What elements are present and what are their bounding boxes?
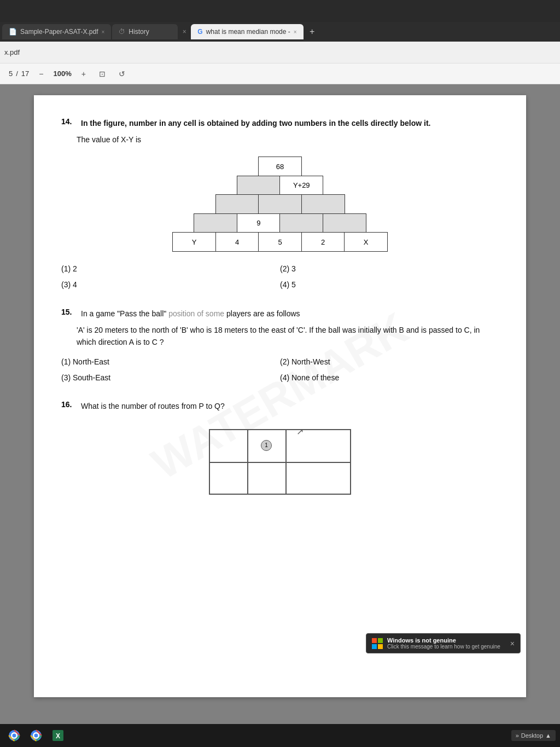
zoom-decrease-button[interactable]: −	[36, 68, 46, 79]
cell-3-2	[258, 194, 302, 214]
page-separator: /	[16, 70, 18, 78]
cell-5-1: Y	[172, 232, 216, 252]
question-15: 15. In a game "Pass the ball" position o…	[61, 308, 499, 387]
taskbar-chrome-1[interactable]	[4, 726, 24, 745]
svg-rect-2	[372, 644, 377, 649]
q14-option-3: (3) 4	[61, 278, 280, 292]
tab-history[interactable]: ⏱ History	[112, 24, 178, 39]
taskbar-chrome-2[interactable]	[26, 726, 46, 745]
q15-subtext1: 'A' is 20 meters to the north of 'B' who…	[77, 324, 499, 349]
desktop-label: Desktop	[521, 732, 543, 739]
pdf-tab-icon: 📄	[9, 28, 17, 36]
cell-5-2: 4	[215, 232, 259, 252]
google-tab-close[interactable]: ×	[294, 29, 297, 35]
content-wrapper: 14. In the figure, number in any cell is…	[61, 117, 499, 506]
cell-4-1	[194, 213, 237, 233]
address-text: x.pdf	[4, 48, 20, 56]
taskbar-right: » Desktop ▲	[511, 730, 556, 741]
tab-bar: 📄 Sample-Paper-ASAT-X.pdf × ⏱ History × …	[0, 22, 560, 42]
genuine-close[interactable]: ×	[510, 639, 515, 648]
q14-option-2: (2) 3	[280, 262, 499, 276]
windows-icon	[372, 638, 383, 649]
route-figure: 1 ↗	[192, 424, 368, 506]
pyramid-figure: 68 Y+29	[61, 157, 499, 252]
position-highlight: position of some	[168, 309, 224, 318]
fit-page-button[interactable]: ⊡	[96, 68, 109, 79]
page-info: 5 / 17	[9, 70, 29, 78]
svg-point-9	[34, 734, 38, 738]
chevron-icon: »	[516, 732, 519, 739]
rotate-button[interactable]: ↺	[115, 68, 129, 79]
plus-icon: +	[310, 27, 314, 37]
q15-option-2: (2) North-West	[280, 355, 499, 369]
cell-5-3: 5	[258, 232, 302, 252]
desktop-arrow: ▲	[545, 732, 551, 739]
pyramid-row-5: Y 4 5 2 X	[173, 233, 388, 252]
pyramid-row-3	[215, 195, 345, 214]
cell-5-4: 2	[301, 232, 345, 252]
svg-rect-0	[372, 638, 377, 643]
windows-genuine-notice[interactable]: Windows is not genuine Click this messag…	[366, 633, 521, 653]
new-tab-button[interactable]: +	[305, 24, 320, 39]
q14-text: In the figure, number in any cell is obt…	[81, 117, 430, 129]
q16-text: What is the number of routes from P to Q…	[81, 400, 225, 412]
tab-google[interactable]: G what is mean median mode - ×	[191, 24, 303, 39]
cell-2-2: Y+29	[279, 176, 323, 195]
tab-pdf[interactable]: 📄 Sample-Paper-ASAT-X.pdf ×	[2, 24, 111, 39]
question-14: 14. In the figure, number in any cell is…	[61, 117, 499, 294]
q14-option-4: (4) 5	[280, 278, 499, 292]
address-bar: x.pdf	[0, 42, 560, 63]
cell-4-4	[323, 213, 366, 233]
desktop-button[interactable]: » Desktop ▲	[511, 730, 556, 741]
svg-rect-3	[378, 644, 383, 649]
q14-options: (1) 2 (3) 4 (2) 3 (4) 5	[61, 262, 499, 294]
cell-5-5: X	[344, 232, 388, 252]
pyramid-row-2: Y+29	[237, 176, 323, 195]
q15-header: 15. In a game "Pass the ball" position o…	[61, 308, 499, 320]
q14-header: 14. In the figure, number in any cell is…	[61, 117, 499, 129]
route-line-h1	[209, 462, 351, 463]
tab-separator: ×	[179, 24, 190, 39]
q15-option-1: (1) North-East	[61, 355, 280, 369]
zoom-level: 100%	[54, 70, 72, 78]
svg-point-6	[13, 734, 16, 738]
taskbar: X » Desktop ▲	[0, 724, 560, 747]
windows-genuine-overlay[interactable]: Windows is not genuine Click this messag…	[366, 633, 521, 653]
cell-2-1	[237, 176, 281, 195]
history-tab-label: History	[129, 28, 149, 36]
pdf-tab-label: Sample-Paper-ASAT-X.pdf	[20, 28, 98, 36]
browser-window: 📄 Sample-Paper-ASAT-X.pdf × ⏱ History × …	[0, 22, 560, 84]
google-tab-icon: G	[197, 28, 202, 36]
q15-options: (1) North-East (3) South-East (2) North-…	[61, 355, 499, 387]
page-total: 17	[21, 70, 29, 78]
genuine-title: Windows is not genuine	[387, 637, 500, 644]
q16-header: 16. What is the number of routes from P …	[61, 400, 499, 412]
taskbar-left: X	[4, 726, 68, 745]
cell-4-2: 9	[237, 213, 281, 233]
taskbar-excel[interactable]: X	[48, 726, 68, 745]
google-tab-label: what is mean median mode -	[206, 28, 290, 36]
q15-options-left: (1) North-East (3) South-East	[61, 355, 280, 387]
close-icon[interactable]: ×	[183, 28, 186, 36]
cell-1-1: 68	[258, 157, 302, 176]
q14-subtext: The value of X-Y is	[77, 134, 499, 146]
q14-option-1: (1) 2	[61, 262, 280, 276]
q15-number: 15.	[61, 308, 77, 320]
q14-number: 14.	[61, 117, 77, 129]
page-current: 5	[9, 70, 13, 78]
question-16: 16. What is the number of routes from P …	[61, 400, 499, 505]
history-tab-icon: ⏱	[119, 28, 125, 36]
zoom-increase-button[interactable]: +	[78, 68, 89, 79]
to-text: to	[206, 402, 213, 410]
q14-options-right: (2) 3 (4) 5	[280, 262, 499, 294]
route-node-1: 1	[261, 440, 272, 451]
genuine-subtitle: Click this message to learn how to get g…	[387, 644, 500, 650]
q15-option-4: (4) None of these	[280, 371, 499, 385]
pdf-tab-close[interactable]: ×	[102, 29, 105, 35]
cell-3-3	[301, 194, 345, 214]
q14-options-left: (1) 2 (3) 4	[61, 262, 280, 294]
cell-3-1	[215, 194, 259, 214]
q15-options-right: (2) North-West (4) None of these	[280, 355, 499, 387]
q16-number: 16.	[61, 400, 77, 412]
monitor-bezel	[0, 0, 560, 22]
